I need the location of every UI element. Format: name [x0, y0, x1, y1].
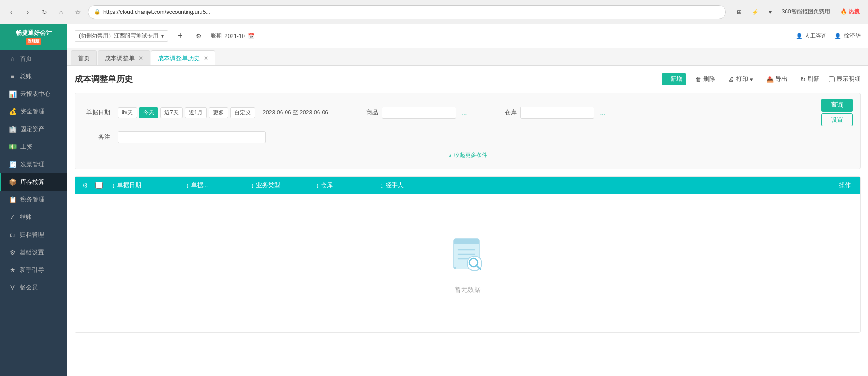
delete-icon: 🗑: [695, 76, 701, 83]
page-content: 成本调整单历史 + 新增 🗑 删除 🖨 打印 ▾ 📤 导出: [67, 66, 868, 376]
sidebar-item-archive[interactable]: 🗂 归档管理: [0, 226, 67, 244]
sidebar-item-home[interactable]: ⌂ 首页: [0, 50, 67, 68]
display-toggle[interactable]: 显示明细: [829, 75, 861, 83]
sidebar-item-settings[interactable]: ⚙ 基础设置: [0, 244, 67, 261]
date-7days[interactable]: 近7天: [160, 107, 183, 118]
add-workspace-button[interactable]: +: [174, 30, 187, 43]
date-filter-label: 单据日期: [82, 108, 110, 117]
sidebar-item-inventory[interactable]: 📦 库存核算: [0, 173, 67, 191]
th-order[interactable]: ↕ 单据...: [181, 177, 245, 194]
warehouse-selector[interactable]: [520, 107, 594, 119]
archive-icon: 🗂: [9, 231, 16, 238]
sidebar-item-invoice[interactable]: 🧾 发票管理: [0, 156, 67, 173]
workspace-dropdown-icon: ▾: [161, 33, 164, 39]
tab-cost-adjust[interactable]: 成本调整单 ✕: [98, 50, 150, 65]
th-warehouse[interactable]: ↕ 仓库: [310, 177, 375, 194]
tab-cost-adjust-history-close[interactable]: ✕: [204, 56, 208, 61]
filter-row-notes: 备注: [82, 131, 853, 143]
sidebar-label-report: 云报表中心: [20, 90, 50, 98]
query-button[interactable]: 查询: [821, 99, 853, 112]
bookmark-button[interactable]: ☆: [71, 6, 84, 19]
date-yesterday[interactable]: 昨天: [118, 107, 137, 118]
sidebar-label-closing: 结账: [20, 213, 32, 221]
tab-cost-adjust-history[interactable]: 成本调整单历史 ✕: [151, 50, 215, 65]
export-button[interactable]: 📤 导出: [762, 73, 791, 85]
user-info[interactable]: 👤 徐泽华: [834, 32, 861, 40]
notes-input[interactable]: [118, 131, 266, 143]
date-range-display: 2023-06-06 至 2023-06-06: [262, 109, 328, 117]
workspace-selector[interactable]: (勿删勿禁用）江西服宝测试专用 ▾: [75, 30, 168, 42]
page-header: 成本调整单历史 + 新增 🗑 删除 🖨 打印 ▾ 📤 导出: [75, 73, 861, 85]
sidebar-label-tax: 税务管理: [20, 195, 44, 204]
th-handler[interactable]: ↕ 经手人: [375, 177, 440, 194]
workspace-settings-button[interactable]: ⚙: [192, 30, 205, 43]
hot-search-button[interactable]: 🔥 热搜: [837, 6, 863, 17]
grid-button[interactable]: ⊞: [733, 7, 745, 17]
filter-settings-button[interactable]: 设置: [821, 113, 853, 126]
sidebar-item-tax[interactable]: 📋 税务管理: [0, 191, 67, 208]
browser-bar: ‹ › ↻ ⌂ ☆ 🔒 https://cloud.chanjet.com/ac…: [0, 0, 868, 24]
search-ai-button[interactable]: 360智能抠图免费用: [778, 6, 834, 17]
date-custom[interactable]: 自定义: [230, 107, 255, 118]
sidebar-label-settings: 基础设置: [20, 248, 44, 257]
top-bar: (勿删勿禁用）江西服宝测试专用 ▾ + ⚙ 账期 2021-10 📅 👤 人工咨…: [67, 24, 868, 48]
refresh-icon: ↻: [800, 76, 806, 83]
sidebar-item-ledger[interactable]: ≡ 总账: [0, 68, 67, 85]
sort-biz-icon: ↕: [251, 182, 254, 189]
refresh-button[interactable]: ↻ 刷新: [797, 73, 823, 85]
th-biz-type[interactable]: ↕ 业务类型: [245, 177, 310, 194]
sort-warehouse-icon: ↕: [316, 182, 319, 189]
user-avatar-icon: 👤: [834, 33, 841, 39]
reload-button[interactable]: ↻: [38, 6, 51, 19]
fund-icon: 💰: [9, 108, 17, 115]
url-text: https://cloud.chanjet.com/accounting/uru…: [103, 9, 210, 15]
back-button[interactable]: ‹: [5, 6, 18, 19]
sidebar-item-vip[interactable]: V 畅会员: [0, 279, 67, 296]
sidebar-item-salary[interactable]: 💵 工资: [0, 138, 67, 156]
address-bar[interactable]: 🔒 https://cloud.chanjet.com/accounting/u…: [88, 5, 726, 19]
logo-text: 畅捷通好会计: [16, 29, 52, 36]
display-cols-checkbox[interactable]: [829, 76, 835, 82]
sidebar-label-fund: 资金管理: [20, 107, 44, 116]
print-button[interactable]: 🖨 打印 ▾: [724, 73, 757, 85]
empty-icon: [444, 232, 491, 278]
th-date[interactable]: ↕ 单据日期: [106, 177, 181, 194]
collapse-button[interactable]: ∧ 收起更多条件: [448, 151, 487, 159]
page-title: 成本调整单历史: [75, 74, 133, 85]
date-today[interactable]: 今天: [139, 107, 158, 118]
goods-selector[interactable]: [382, 107, 456, 119]
sidebar-label-archive: 归档管理: [20, 231, 44, 239]
sidebar-item-fund[interactable]: 💰 资金管理: [0, 103, 67, 120]
main-content: (勿删勿禁用）江西服宝测试专用 ▾ + ⚙ 账期 2021-10 📅 👤 人工咨…: [67, 24, 868, 376]
table-settings-button[interactable]: ⚙: [79, 179, 92, 192]
service-button[interactable]: 👤 人工咨询: [796, 32, 827, 40]
tab-cost-adjust-close[interactable]: ✕: [138, 56, 143, 61]
delete-button[interactable]: 🗑 删除: [692, 73, 719, 85]
sidebar-label-salary: 工资: [20, 143, 32, 151]
home-button[interactable]: ⌂: [55, 6, 68, 19]
sidebar-item-report[interactable]: 📊 云报表中心: [0, 85, 67, 103]
tab-home[interactable]: 首页: [71, 50, 97, 65]
warehouse-ellipsis[interactable]: ...: [600, 109, 606, 116]
date-1month[interactable]: 近1月: [185, 107, 207, 118]
new-button[interactable]: + 新增: [662, 73, 686, 85]
lightning-button[interactable]: ⚡: [748, 7, 762, 17]
collapse-label: 收起更多条件: [454, 151, 487, 159]
sidebar-item-assets[interactable]: 🏢 固定资产: [0, 120, 67, 138]
sidebar-label-ledger: 总账: [20, 72, 32, 81]
sidebar-label-guide: 新手引导: [20, 266, 44, 274]
table-toolbar: ⚙ ↕ 单据日期 ↕ 单据... ↕ 业务类型: [75, 177, 860, 194]
goods-filter-label: 商品: [350, 108, 378, 117]
dropdown-button[interactable]: ▾: [765, 7, 775, 17]
forward-button[interactable]: ›: [21, 6, 34, 19]
toolbar-actions: + 新增 🗑 删除 🖨 打印 ▾ 📤 导出 ↻: [662, 73, 861, 85]
date-more[interactable]: 更多: [209, 107, 228, 118]
service-icon: 👤: [796, 33, 803, 39]
search-label: 360智能抠图免费用: [782, 8, 830, 15]
filter-section: 单据日期 昨天 今天 近7天 近1月 更多 自定义 2023-06-06 至 2…: [75, 93, 861, 169]
sidebar-item-closing[interactable]: ✓ 结账: [0, 208, 67, 226]
goods-ellipsis[interactable]: ...: [462, 109, 467, 116]
top-bar-right: 👤 人工咨询 👤 徐泽华: [796, 32, 861, 40]
sidebar-item-guide[interactable]: ★ 新手引导: [0, 261, 67, 279]
select-all-checkbox[interactable]: [95, 182, 103, 189]
